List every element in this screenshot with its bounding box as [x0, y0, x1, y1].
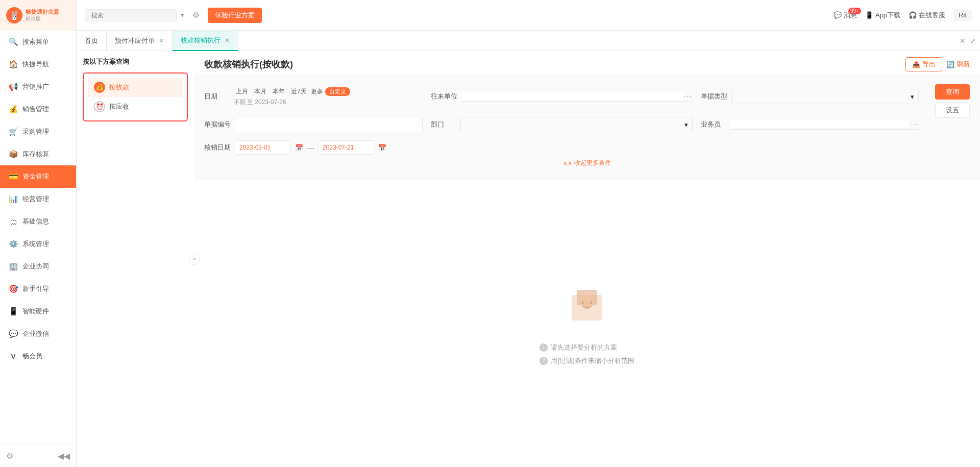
export-icon: 📤	[912, 61, 920, 68]
tab-verify[interactable]: 收款核销执行 ✕	[173, 31, 238, 51]
sidebar-bottom: ⚙ ◀◀	[0, 445, 76, 467]
sidebar-item-marketing[interactable]: 📢 营销推广	[0, 76, 76, 98]
tab-close-all-icon[interactable]: ✕	[960, 37, 966, 45]
staff-more-icon[interactable]: ···	[910, 120, 919, 128]
page-actions: 📤 导出 🔄 刷新	[905, 57, 970, 71]
content-area: 按以下方案查询 💰 按收款 ⏰ 按应收 « 收款核销执行(按收款)	[77, 51, 980, 467]
guide-icon: 🎯	[8, 284, 18, 294]
receipt-icon: 💰	[94, 82, 105, 93]
page-title: 收款核销执行(按收款)	[204, 58, 293, 70]
sidebar-settings-icon[interactable]: ⚙	[6, 451, 13, 461]
dept-select[interactable]: ▾	[460, 117, 693, 132]
date-shortcut-this-year[interactable]: 本年	[271, 86, 287, 97]
tab-expand-icon[interactable]: ⤢	[970, 37, 976, 45]
sidebar-collapse-icon[interactable]: ◀◀	[58, 451, 70, 461]
sidebar-item-inventory[interactable]: 📦 库存核算	[0, 143, 76, 165]
counterpart-more-icon[interactable]: ···	[683, 92, 693, 100]
bill-no-input[interactable]	[235, 117, 423, 132]
sidebar-item-search[interactable]: 🔍 搜索菜单	[0, 31, 76, 53]
sidebar-item-label: 采购管理	[22, 127, 49, 136]
service-icon: 🎧	[909, 11, 917, 19]
counterpart-field: 往来单位 ···	[431, 90, 693, 104]
user-profile[interactable]: Rit	[953, 9, 972, 21]
staff-input[interactable]	[730, 120, 910, 128]
sidebar-item-system[interactable]: ⚙️ 系统管理	[0, 233, 76, 255]
sidebar-item-hardware[interactable]: 📱 智能硬件	[0, 300, 76, 323]
sales-icon: 💰	[8, 104, 18, 114]
message-button[interactable]: 💬 消息 99+	[834, 11, 857, 20]
sidebar-item-operation[interactable]: 📊 经营管理	[0, 188, 76, 210]
tip-text-1: 请先选择要分析的方案	[551, 341, 617, 354]
bill-no-field: 单据编号	[204, 115, 423, 134]
tab-actions: ✕ ⤢	[955, 37, 980, 45]
date-custom-badge[interactable]: 自定义	[325, 87, 350, 96]
service-label: 在线客服	[919, 11, 945, 20]
bill-type-dropdown-icon: ▾	[911, 93, 914, 101]
sidebar-item-purchase[interactable]: 🛒 采购管理	[0, 120, 76, 143]
query-row-2: 单据编号 部门 ▾ 业务员	[204, 115, 919, 134]
sidebar-item-label: 畅会员	[22, 352, 42, 361]
sidebar-item-corp[interactable]: 🏢 企业协同	[0, 255, 76, 278]
dept-label: 部门	[431, 120, 456, 129]
solution-button[interactable]: 休验行业方案	[208, 8, 262, 23]
collapse-more-button[interactable]: ∧∧ 收起更多条件	[204, 155, 970, 171]
sidebar-item-label: 基础信息	[22, 217, 49, 226]
tab-prepay[interactable]: 预付冲应付单 ✕	[107, 31, 173, 51]
sidebar: 🐰 畅捷通好生意 标准版 🔍 搜索菜单 🏠 快捷导航 📢 营销推广 💰 销售管理…	[0, 0, 77, 467]
sidebar-item-label: 资金管理	[22, 172, 49, 181]
tab-bar: 首页 预付冲应付单 ✕ 收款核销执行 ✕ ✕ ⤢	[77, 31, 980, 51]
corp-icon: 🏢	[8, 261, 18, 272]
tab-prepay-close-icon[interactable]: ✕	[159, 37, 164, 44]
export-button[interactable]: 📤 导出	[905, 57, 942, 71]
sidebar-item-wechat[interactable]: 💬 企业微信	[0, 323, 76, 345]
verify-date-label: 核销日期	[204, 143, 231, 152]
filter-options: 💰 按收款 ⏰ 按应收	[83, 72, 188, 121]
filter-by-receivable[interactable]: ⏰ 按应收	[88, 97, 183, 116]
verify-date-start-input[interactable]	[235, 140, 291, 155]
topbar-search-input[interactable]	[85, 9, 177, 21]
topbar: ▾ ⚙ 休验行业方案 💬 消息 99+ 📱 App下载 🎧 在线客服 Rit	[77, 0, 980, 31]
bill-type-select[interactable]: ▾	[731, 89, 919, 104]
operation-icon: 📊	[8, 194, 18, 204]
query-button[interactable]: 查询	[935, 84, 970, 100]
topbar-arrow-icon[interactable]: ▾	[181, 11, 184, 19]
verify-cal-start-icon[interactable]: 📅	[295, 144, 303, 152]
service-button[interactable]: 🎧 在线客服	[909, 11, 945, 20]
sidebar-item-member[interactable]: V 畅会员	[0, 345, 76, 367]
bill-no-label: 单据编号	[204, 120, 231, 129]
sidebar-item-sales[interactable]: 💰 销售管理	[0, 98, 76, 120]
verify-date-end-input[interactable]	[318, 140, 374, 155]
settings-button[interactable]: 设置	[935, 103, 970, 118]
tab-verify-close-icon[interactable]: ✕	[225, 37, 230, 44]
app-download-button[interactable]: 📱 App下载	[865, 11, 900, 20]
date-shortcut-more[interactable]: 更多	[311, 87, 323, 96]
sidebar-item-label: 新手引导	[22, 284, 49, 293]
date-shortcut-7days[interactable]: 近7天	[289, 86, 309, 97]
sidebar-item-nav[interactable]: 🏠 快捷导航	[0, 53, 76, 76]
bill-type-field: 单据类型 ▾	[701, 87, 919, 106]
date-to-label: 至 2023-07-26	[247, 98, 286, 107]
filter-collapse-button[interactable]: «	[189, 254, 200, 265]
member-icon: V	[8, 351, 18, 361]
date-shortcut-last-month[interactable]: 上月	[234, 86, 250, 97]
app-label: App下载	[875, 11, 900, 20]
home-icon: 🏠	[8, 59, 18, 69]
logo-sub: 标准版	[26, 15, 59, 22]
sidebar-item-label: 智能硬件	[22, 307, 49, 316]
verify-cal-end-icon[interactable]: 📅	[378, 144, 386, 152]
counterpart-input[interactable]	[461, 92, 683, 100]
dept-field: 部门 ▾	[431, 115, 693, 134]
date-shortcuts: 上月 本月 本年 近7天 更多 自定义	[234, 86, 350, 97]
filter-panel: 按以下方案查询 💰 按收款 ⏰ 按应收 «	[77, 51, 194, 467]
tab-home[interactable]: 首页	[77, 31, 107, 51]
topbar-gear-icon[interactable]: ⚙	[192, 10, 200, 20]
sidebar-item-guide[interactable]: 🎯 新手引导	[0, 278, 76, 300]
sidebar-menu: 🔍 搜索菜单 🏠 快捷导航 📢 营销推广 💰 销售管理 🛒 采购管理 📦 库存核…	[0, 31, 76, 445]
refresh-button[interactable]: 🔄 刷新	[946, 57, 970, 71]
sidebar-item-finance[interactable]: 💳 资金管理	[0, 165, 76, 188]
marketing-icon: 📢	[8, 82, 18, 92]
filter-by-receipt[interactable]: 💰 按收款	[88, 78, 183, 97]
refresh-icon: 🔄	[946, 61, 954, 68]
date-shortcut-this-month[interactable]: 本月	[252, 86, 268, 97]
sidebar-item-basic[interactable]: 🗂 基础信息	[0, 210, 76, 233]
